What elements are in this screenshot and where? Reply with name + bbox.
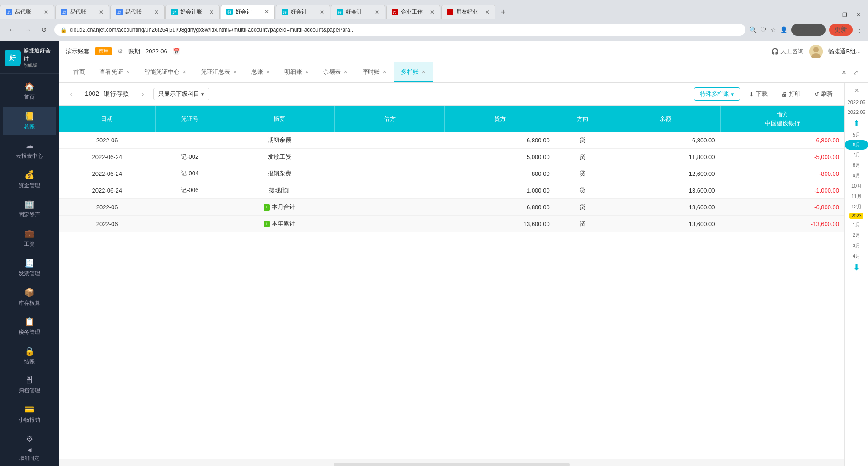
new-tab-button[interactable]: + — [496, 5, 510, 19]
browser-tab-6[interactable]: 好 好会计 ✕ — [276, 5, 330, 19]
browser-tab-1[interactable]: 易 易代账 ✕ — [0, 5, 54, 19]
consult-button[interactable]: 🎧 人工咨询 — [771, 47, 804, 56]
shield-icon[interactable]: 🛡 — [760, 26, 767, 33]
timeline-month-2023-3[interactable]: 3月 — [845, 240, 868, 251]
refresh-button[interactable]: ↺ — [38, 24, 51, 36]
tab-close-smart[interactable]: ✕ — [182, 69, 186, 75]
tab-close-view-voucher[interactable]: ✕ — [126, 69, 130, 75]
refresh-button-toolbar[interactable]: ↺ 刷新 — [810, 88, 837, 100]
tab-smart-voucher[interactable]: 智能凭证中心 ✕ — [137, 62, 193, 82]
tab-close-8[interactable]: ✕ — [430, 9, 434, 15]
filter-button[interactable]: 只显示下级科目 ▾ — [153, 88, 209, 100]
tab-close-2[interactable]: ✕ — [99, 9, 104, 15]
sidebar-item-expense[interactable]: 💳 小畅报销 — [3, 400, 56, 428]
browser-tab-3[interactable]: 易 易代账 ✕ — [110, 5, 165, 19]
tab-close-journal[interactable]: ✕ — [382, 69, 387, 75]
minimize-button[interactable]: ─ — [826, 11, 836, 19]
sidebar-item-fund[interactable]: 💰 资金管理 — [3, 165, 56, 194]
cell-balance: 13,600.00 — [610, 199, 721, 216]
timeline-down-arrow[interactable]: ⬇ — [852, 261, 861, 274]
sidebar-item-fixed-asset[interactable]: 🏢 固定资产 — [3, 195, 56, 223]
sidebar-item-settings[interactable]: ⚙ 基础设置 — [3, 429, 56, 442]
timeline-collapse-button[interactable]: ✕ — [852, 85, 862, 95]
tab-home[interactable]: 首页 — [66, 62, 92, 82]
tab-close-1[interactable]: ✕ — [44, 9, 48, 15]
forward-button[interactable]: → — [22, 24, 34, 36]
timeline-month-7[interactable]: 7月 — [845, 150, 868, 160]
timeline-month-10[interactable]: 10月 — [845, 181, 868, 191]
expand-panel-button[interactable]: ⤢ — [851, 67, 861, 77]
sidebar-pin[interactable]: ◀ 取消固定 — [0, 442, 59, 466]
tab-close-summary[interactable]: ✕ — [233, 69, 237, 75]
download-button[interactable]: ⬇ 下载 — [745, 88, 772, 100]
settings-icon[interactable]: ⚙ — [118, 48, 123, 55]
close-button[interactable]: ✕ — [854, 11, 863, 19]
timeline-up-arrow[interactable]: ⬆ — [852, 117, 861, 130]
sidebar-item-close[interactable]: 🔒 结账 — [3, 342, 56, 370]
tab-close-detail[interactable]: ✕ — [305, 69, 309, 75]
restore-button[interactable]: ❐ — [840, 11, 850, 19]
timeline-month-2023-2[interactable]: 2月 — [845, 230, 868, 240]
timeline-month-2023-4[interactable]: 4月 — [845, 251, 868, 261]
sidebar-item-ledger[interactable]: 📒 总账 — [3, 107, 56, 135]
sidebar-item-archive[interactable]: 🗄 归档管理 — [3, 371, 56, 399]
tab-close-multi[interactable]: ✕ — [421, 69, 425, 75]
timeline-month-6[interactable]: 6月 — [845, 140, 868, 150]
calendar-icon[interactable]: 📅 — [173, 48, 180, 55]
timeline-month-5[interactable]: 5月 — [845, 130, 868, 140]
tab-multi-column[interactable]: 多栏账 ✕ — [394, 62, 433, 82]
print-button[interactable]: 🖨 打印 — [777, 88, 805, 100]
tab-close-3[interactable]: ✕ — [154, 9, 159, 15]
star-icon[interactable]: ☆ — [770, 26, 776, 33]
tab-close-9[interactable]: ✕ — [485, 9, 490, 15]
voucher-link[interactable]: 记-004 — [181, 170, 198, 177]
tab-balance[interactable]: 余额表 ✕ — [316, 62, 355, 82]
timeline-month-12[interactable]: 12月 — [845, 202, 868, 212]
tab-close-balance[interactable]: ✕ — [344, 69, 348, 75]
sidebar-item-invoice[interactable]: 🧾 发票管理 — [3, 254, 56, 282]
app-container: 好 畅捷通好会计 旗舰版 🏠 首页 📒 总账 ☁ 云报表中心 — [0, 41, 868, 466]
close-panel-button[interactable]: ✕ — [839, 67, 849, 77]
sidebar-item-tax[interactable]: 📋 税务管理 — [3, 312, 56, 341]
tab-detail-ledger[interactable]: 明细账 ✕ — [277, 62, 316, 82]
browser-tab-4[interactable]: 好 好会计账 ✕ — [165, 5, 220, 19]
voucher-link[interactable]: 记-006 — [181, 187, 198, 193]
timeline-month-11[interactable]: 11月 — [845, 191, 868, 202]
back-button[interactable]: ← — [5, 24, 18, 36]
menu-icon[interactable]: ⋮ — [856, 26, 863, 33]
tab-general-ledger[interactable]: 总账 ✕ — [244, 62, 277, 82]
prev-account-button[interactable]: ‹ — [66, 89, 76, 99]
incognito-button[interactable]: 无痕模式 — [791, 24, 826, 36]
browser-tab-9[interactable]: 用友好业 ✕ — [441, 5, 495, 19]
tab-close-6[interactable]: ✕ — [320, 9, 324, 15]
sidebar-item-cloud-report[interactable]: ☁ 云报表中心 — [3, 136, 56, 165]
search-icon[interactable]: 🔍 — [749, 26, 757, 33]
browser-tab-7[interactable]: 好 好会计 ✕ — [331, 5, 385, 19]
timeline-month-9[interactable]: 9月 — [845, 170, 868, 181]
url-bar[interactable]: 🔒 cloud2.chanjet.com/accounting/uh26t264… — [54, 24, 745, 36]
update-button[interactable]: 更新 — [829, 24, 853, 36]
tab-voucher-summary[interactable]: 凭证汇总表 ✕ — [193, 62, 244, 82]
sidebar-item-inventory[interactable]: 📦 库存核算 — [3, 283, 56, 311]
sidebar-item-salary[interactable]: 💼 工资 — [3, 224, 56, 253]
voucher-link[interactable]: 记-002 — [181, 153, 198, 160]
special-multi-column-button[interactable]: 特殊多栏账 ▾ — [694, 87, 740, 101]
tab-close-5[interactable]: ✕ — [264, 9, 269, 15]
tab-journal[interactable]: 序时账 ✕ — [355, 62, 394, 82]
sidebar-item-home[interactable]: 🏠 首页 — [3, 77, 56, 106]
tab-view-voucher[interactable]: 查看凭证 ✕ — [92, 62, 137, 82]
page-scroll[interactable] — [59, 459, 844, 466]
horizontal-scrollbar[interactable] — [334, 463, 569, 466]
browser-tab-8[interactable]: C 企业工作 ✕ — [386, 5, 440, 19]
tab-close-7[interactable]: ✕ — [375, 9, 379, 15]
timeline-month-8[interactable]: 8月 — [845, 160, 868, 170]
tab-close-4[interactable]: ✕ — [209, 9, 214, 15]
account-tag[interactable]: 菜用 — [95, 47, 112, 55]
tab-close-general[interactable]: ✕ — [266, 69, 270, 75]
timeline-month-2023-1[interactable]: 1月 — [845, 220, 868, 230]
browser-tab-2[interactable]: 易 易代账 ✕ — [55, 5, 109, 19]
next-account-button[interactable]: › — [138, 89, 148, 99]
fund-icon: 💰 — [24, 170, 34, 180]
browser-tab-5[interactable]: 好 好会计 ✕ — [221, 5, 275, 19]
profile-icon[interactable]: 👤 — [780, 26, 788, 33]
